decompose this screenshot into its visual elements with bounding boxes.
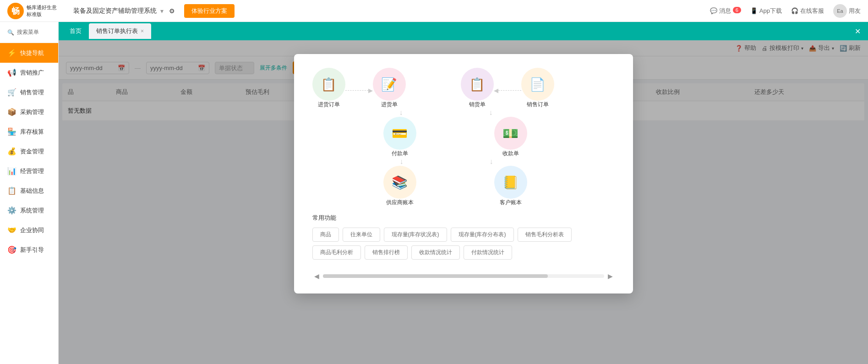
message-label: 消息 xyxy=(719,7,731,15)
common-btn-4[interactable]: 销售毛利分析表 xyxy=(518,228,572,242)
tab-close-button[interactable]: × xyxy=(141,28,144,34)
customer-ledger-label: 客户账本 xyxy=(500,199,522,206)
common-btn-0[interactable]: 商品 xyxy=(312,228,339,242)
quick-nav-icon: ⚡ xyxy=(7,49,16,57)
sidebar-item-beginner-guide[interactable]: 🎯 新手引导 xyxy=(0,240,58,260)
common-btn-1[interactable]: 往来单位 xyxy=(343,228,380,242)
app-download-item[interactable]: 📱 App下载 xyxy=(750,7,782,15)
gear-button[interactable]: ⚙ xyxy=(167,5,177,16)
sidebar: 🔍 搜索菜单 ⚡ 快捷导航 📢 营销推广 🛒 销售管理 📦 xyxy=(0,22,59,364)
tab-sales-order-execution[interactable]: 销售订单执行表 × xyxy=(89,23,151,39)
operation-icon: 📊 xyxy=(7,167,16,175)
scroll-left-arrow[interactable]: ◀ xyxy=(312,272,321,280)
app-download-label: App下载 xyxy=(759,7,782,15)
inventory-icon: 🏪 xyxy=(7,127,16,136)
flow-item-sales-bill[interactable]: 📋 销货单 xyxy=(461,68,494,109)
sidebar-nav: ⚡ 快捷导航 📢 营销推广 🛒 销售管理 📦 采购管理 🏪 库存核算 xyxy=(0,43,58,364)
logo-text: 畅库通好生意 标准版 xyxy=(27,4,57,17)
common-btn-8[interactable]: 付款情况统计 xyxy=(464,245,512,260)
online-service-item[interactable]: 🎧 在线客服 xyxy=(791,7,824,15)
flow-item-receipt-bill[interactable]: 💵 收款单 xyxy=(494,117,527,158)
collab-icon: 🤝 xyxy=(7,226,16,234)
flow-modal: 📋 进货订单 ▶ xyxy=(294,54,633,293)
common-btn-3[interactable]: 现存量(库存分布表) xyxy=(451,228,514,242)
common-btn-6[interactable]: 销售排行榜 xyxy=(365,245,408,260)
flow-item-supplier-ledger[interactable]: 📚 供应商账本 xyxy=(383,166,416,206)
common-functions-section: 常用功能 商品往来单位现存量(库存状况表)现存量(库存分布表)销售毛利分析表商品… xyxy=(312,214,615,272)
sidebar-item-system-mgmt[interactable]: ⚙️ 系统管理 xyxy=(0,201,58,220)
sidebar-item-marketing[interactable]: 📢 营销推广 xyxy=(0,63,58,82)
user-avatar: Ea xyxy=(833,4,847,18)
top-right-area: 💬 消息 6 📱 App下载 🎧 在线客服 Ea 用友 xyxy=(710,4,861,18)
content-body: ❓ 帮助 🖨 按模板打印 ▾ 📤 导出 ▾ 🔄 xyxy=(59,40,868,364)
sidebar-item-operation-mgmt[interactable]: 📊 经营管理 xyxy=(0,161,58,181)
message-icon: 💬 xyxy=(710,7,717,14)
logo-area: 畅 畅库通好生意 标准版 xyxy=(7,3,66,19)
flow-item-purchase-bill[interactable]: 📝 进货单 xyxy=(373,68,406,109)
search-menu-button[interactable]: 🔍 搜索菜单 xyxy=(4,27,55,38)
flow-item-purchase-order[interactable]: 📋 进货订单 xyxy=(312,68,345,109)
app-container: 畅 畅库通好生意 标准版 装备及固定资产辅助管理系统 ▾ ⚙ 体验行业方案 💬 … xyxy=(0,0,868,364)
sidebar-item-finance-mgmt[interactable]: 💰 资金管理 xyxy=(0,141,58,161)
system-title-text: 装备及固定资产辅助管理系统 xyxy=(73,7,157,15)
trial-button[interactable]: 体验行业方案 xyxy=(184,4,235,18)
sales-bill-circle: 📋 xyxy=(461,68,494,101)
message-item[interactable]: 💬 消息 6 xyxy=(710,7,741,15)
sales-icon: 🛒 xyxy=(7,88,16,97)
tab-home[interactable]: 首页 xyxy=(62,23,89,39)
system-icon: ⚙️ xyxy=(7,206,16,215)
sales-order-circle: 📄 xyxy=(521,68,554,101)
flow-item-customer-ledger[interactable]: 📒 客户账本 xyxy=(494,166,527,206)
logo-icon: 畅 xyxy=(7,3,24,19)
content-area: 首页 销售订单执行表 × ✕ ❓ 帮助 🖨 按模板打印 xyxy=(59,22,868,364)
arrow-1: ▶ xyxy=(345,73,373,103)
receipt-bill-label: 收款单 xyxy=(502,150,519,158)
purchase-order-circle: 📋 xyxy=(312,68,345,101)
arrow-2: ◀ xyxy=(494,73,521,103)
sidebar-item-sales-mgmt[interactable]: 🛒 销售管理 xyxy=(0,82,58,102)
tab-bar-close-all[interactable]: ✕ xyxy=(851,25,864,38)
sidebar-item-quick-nav[interactable]: ⚡ 快捷导航 xyxy=(0,43,58,63)
purchase-bill-label: 进货单 xyxy=(381,101,398,109)
purchase-order-label: 进货订单 xyxy=(318,101,340,109)
scroll-nav: ◀ ▶ xyxy=(312,272,615,280)
purchase-bill-circle: 📝 xyxy=(373,68,406,101)
dropdown-icon[interactable]: ▾ xyxy=(160,7,164,15)
sidebar-item-purchase-mgmt[interactable]: 📦 采购管理 xyxy=(0,102,58,122)
sidebar-item-basic-info[interactable]: 📋 基础信息 xyxy=(0,181,58,201)
flow-item-sales-order[interactable]: 📄 销售订单 xyxy=(521,68,554,109)
customer-ledger-circle: 📒 xyxy=(494,166,527,199)
common-btn-7[interactable]: 收款情况统计 xyxy=(411,245,460,260)
common-buttons-container: 商品往来单位现存量(库存状况表)现存量(库存分布表)销售毛利分析表商品毛利分析销… xyxy=(312,228,615,263)
user-item[interactable]: Ea 用友 xyxy=(833,4,861,18)
scroll-right-arrow[interactable]: ▶ xyxy=(606,272,615,280)
scroll-thumb[interactable] xyxy=(323,274,548,278)
tab-bar: 首页 销售订单执行表 × ✕ xyxy=(59,22,868,40)
receipt-bill-circle: 💵 xyxy=(494,117,527,150)
sales-bill-label: 销货单 xyxy=(469,101,486,109)
main-area: 🔍 搜索菜单 ⚡ 快捷导航 📢 营销推广 🛒 销售管理 📦 xyxy=(0,22,868,364)
scroll-track[interactable] xyxy=(323,274,604,278)
common-btn-2[interactable]: 现存量(库存状况表) xyxy=(384,228,447,242)
finance-icon: 💰 xyxy=(7,147,16,156)
marketing-icon: 📢 xyxy=(7,68,16,77)
purchase-icon: 📦 xyxy=(7,108,16,116)
common-btn-5[interactable]: 商品毛利分析 xyxy=(312,245,361,260)
system-title-area: 装备及固定资产辅助管理系统 ▾ ⚙ 体验行业方案 xyxy=(73,4,235,18)
flow-item-payment-bill[interactable]: 💳 付款单 xyxy=(383,117,416,158)
user-label: 用友 xyxy=(849,7,861,15)
supplier-ledger-label: 供应商账本 xyxy=(386,199,414,206)
sidebar-item-enterprise-collab[interactable]: 🤝 企业协同 xyxy=(0,220,58,240)
basic-info-icon: 📋 xyxy=(7,186,16,195)
sidebar-search[interactable]: 🔍 搜索菜单 xyxy=(0,22,58,43)
service-icon: 🎧 xyxy=(791,7,798,14)
online-service-label: 在线客服 xyxy=(800,7,824,15)
message-badge: 6 xyxy=(733,7,741,13)
sidebar-item-inventory[interactable]: 🏪 库存核算 xyxy=(0,122,58,141)
common-functions-title: 常用功能 xyxy=(312,214,615,222)
modal-body: 📋 进货订单 ▶ xyxy=(294,54,633,293)
modal-overlay[interactable]: 📋 进货订单 ▶ xyxy=(59,40,868,364)
supplier-ledger-circle: 📚 xyxy=(383,166,416,199)
guide-icon: 🎯 xyxy=(7,245,16,254)
download-icon: 📱 xyxy=(750,7,758,14)
